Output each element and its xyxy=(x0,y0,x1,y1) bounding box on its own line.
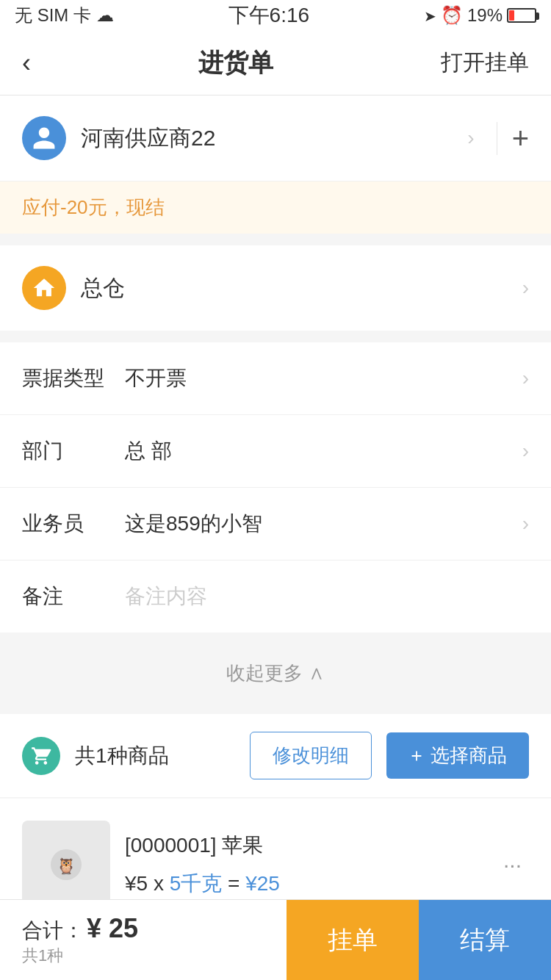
supplier-name: 河南供应商22 xyxy=(81,123,467,154)
add-supplier-button[interactable]: + xyxy=(497,122,529,155)
battery-icon xyxy=(507,8,536,23)
form-section: 票据类型 不开票 › 部门 总 部 › 业务员 这是859的小智 › 备注 备注… xyxy=(0,342,551,633)
location-icon xyxy=(424,5,436,26)
product-thumb-icon: 🦉 xyxy=(44,843,88,887)
supplier-chevron-icon: › xyxy=(467,126,474,150)
invoice-label: 票据类型 xyxy=(22,364,110,392)
warehouse-section[interactable]: 总仓 › xyxy=(0,245,551,331)
nav-bar: ‹ 进货单 打开挂单 xyxy=(0,31,551,96)
total-section: 合计： ¥ 25 共1种 xyxy=(0,900,287,980)
products-header: 共1种商品 修改明细 选择商品 xyxy=(0,714,551,797)
battery-percent: 19% xyxy=(467,5,503,26)
collapse-button[interactable]: 收起更多 ∧ xyxy=(0,644,551,702)
product-count-icon xyxy=(22,737,60,775)
page-title: 进货单 xyxy=(198,46,273,80)
price-text: ¥5 x xyxy=(125,872,170,895)
remark-label: 备注 xyxy=(22,583,110,610)
warehouse-row[interactable]: 总仓 › xyxy=(0,245,551,331)
notice-text: 应付-20元，现结 xyxy=(22,196,165,218)
equals-text: = xyxy=(222,872,245,895)
sales-chevron-icon: › xyxy=(522,512,529,536)
select-product-label: 选择商品 xyxy=(431,743,507,768)
checkout-button[interactable]: 结算 xyxy=(419,900,551,980)
select-product-icon xyxy=(408,748,425,764)
warehouse-icon xyxy=(22,266,66,310)
sales-value: 这是859的小智 xyxy=(110,510,522,538)
warehouse-chevron-icon: › xyxy=(522,276,529,300)
total-text: ¥25 xyxy=(245,872,280,895)
dept-label: 部门 xyxy=(22,437,110,465)
total-count: 共1种 xyxy=(22,945,264,967)
cart-icon xyxy=(31,746,51,766)
sales-row[interactable]: 业务员 这是859的小智 › xyxy=(0,488,551,561)
user-icon xyxy=(31,125,57,151)
invoice-chevron-icon: › xyxy=(522,367,529,390)
invoice-value: 不开票 xyxy=(110,364,522,392)
remark-row[interactable]: 备注 备注内容 xyxy=(0,561,551,633)
remark-input[interactable]: 备注内容 xyxy=(110,583,529,610)
supplier-row[interactable]: 河南供应商22 › + xyxy=(0,96,551,181)
supplier-section: 河南供应商22 › + 应付-20元，现结 xyxy=(0,96,551,234)
back-button[interactable]: ‹ xyxy=(22,48,31,79)
svg-text:🦉: 🦉 xyxy=(57,857,76,876)
hang-button[interactable]: 挂单 xyxy=(287,900,419,980)
product-info: [0000001] 苹果 ¥5 x 5千克 = ¥25 xyxy=(125,832,481,898)
invoice-row[interactable]: 票据类型 不开票 › xyxy=(0,342,551,415)
select-product-button[interactable]: 选择商品 xyxy=(386,732,529,779)
product-thumbnail: 🦉 xyxy=(22,821,110,909)
product-more-button[interactable]: ··· xyxy=(496,845,529,884)
dept-value: 总 部 xyxy=(110,437,522,465)
open-hang-button[interactable]: 打开挂单 xyxy=(441,48,529,78)
status-bar-left: 无 SIM 卡 ☁ xyxy=(15,4,114,27)
alarm-icon: ⏰ xyxy=(441,5,463,26)
total-label: 合计： xyxy=(22,917,84,945)
collapse-label: 收起更多 ∧ xyxy=(226,662,324,684)
status-bar-time: 下午6:16 xyxy=(228,1,310,29)
home-icon xyxy=(32,275,57,300)
quantity-text: 5千克 xyxy=(170,872,223,895)
product-name: [0000001] 苹果 xyxy=(125,832,481,860)
warehouse-name: 总仓 xyxy=(81,273,522,303)
dept-chevron-icon: › xyxy=(522,439,529,463)
separator xyxy=(0,702,551,714)
status-bar: 无 SIM 卡 ☁ 下午6:16 ⏰ 19% xyxy=(0,0,551,31)
edit-detail-button[interactable]: 修改明细 xyxy=(250,732,372,779)
bottom-bar: 合计： ¥ 25 共1种 挂单 结算 xyxy=(0,899,551,980)
product-price: ¥5 x 5千克 = ¥25 xyxy=(125,870,481,898)
supplier-avatar xyxy=(22,116,66,160)
dept-row[interactable]: 部门 总 部 › xyxy=(0,415,551,488)
status-bar-right: ⏰ 19% xyxy=(424,5,536,26)
total-amount: ¥ 25 xyxy=(87,913,138,944)
notice-banner: 应付-20元，现结 xyxy=(0,181,551,234)
sales-label: 业务员 xyxy=(22,510,110,538)
product-count-text: 共1种商品 xyxy=(75,742,235,770)
sim-status: 无 SIM 卡 ☁ xyxy=(15,4,114,27)
